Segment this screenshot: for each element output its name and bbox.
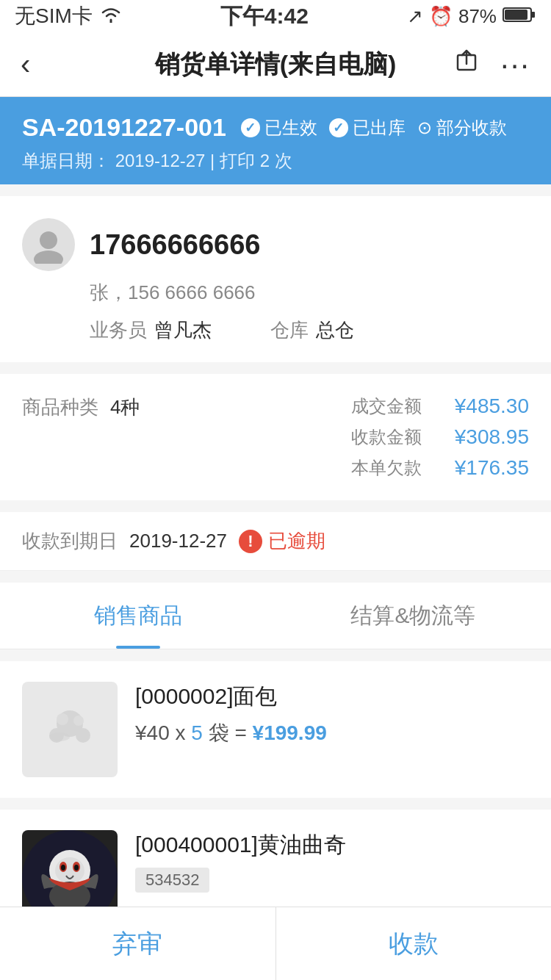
alarm-icon: ⏰	[429, 5, 453, 28]
deal-value: ¥485.30	[433, 394, 529, 418]
wifi-icon	[100, 4, 122, 28]
received-label: 收款金额	[351, 425, 422, 449]
product-name-2: [000400001]黄油曲奇	[135, 830, 529, 860]
customer-meta: 业务员 曾凡杰 仓库 总仓	[90, 317, 529, 343]
tab-settlement-label: 结算&物流等	[350, 601, 475, 631]
received-row: 收款金额 ¥308.95	[351, 425, 529, 449]
svg-rect-2	[505, 10, 527, 20]
location-icon: ↗	[407, 5, 423, 28]
banner-date-label: 单据日期：	[22, 151, 110, 170]
product-total-1: ¥199.99	[253, 721, 327, 744]
header-banner: SA-20191227-001 ✓ 已生效 ✓ 已出库 ⊙ 部分收款 单据日期：…	[0, 97, 551, 184]
due-label: 收款到期日	[22, 528, 118, 554]
battery-icon	[503, 5, 536, 28]
check-icon-shipped: ✓	[329, 118, 348, 137]
product-qty-1: 5	[191, 721, 203, 744]
svg-point-11	[73, 716, 84, 726]
nav-bar: ‹ 销货单详情(来自电脑) ···	[0, 32, 551, 97]
product-name-1: [0000002]面包	[135, 682, 529, 712]
svg-point-19	[74, 865, 79, 871]
due-section: 收款到期日 2019-12-27 ! 已逾期	[0, 512, 551, 571]
product-times-1: x	[176, 721, 192, 744]
svg-point-12	[49, 732, 70, 741]
salesperson-value: 曾凡杰	[154, 317, 212, 343]
product-title-2: 黄油曲奇	[258, 832, 346, 857]
tab-products-underline	[116, 646, 160, 649]
order-id: SA-20191227-001	[22, 113, 226, 142]
status-time: 下午4:42	[220, 1, 309, 32]
warehouse-value: 总仓	[316, 317, 354, 343]
tab-settlement[interactable]: 结算&物流等	[276, 583, 551, 649]
overdue-text: 已逾期	[268, 528, 325, 554]
customer-phone: 17666666666	[90, 229, 260, 261]
product-price-row-1: ¥40 x 5 袋 = ¥199.99	[135, 719, 529, 747]
tag-shipped: ✓ 已出库	[329, 116, 406, 140]
status-right: ↗ ⏰ 87%	[407, 5, 536, 28]
warehouse-item: 仓库 总仓	[270, 317, 354, 343]
product-info-1: [0000002]面包 ¥40 x 5 袋 = ¥199.99	[135, 682, 529, 747]
banner-date: 2019-12-27	[115, 151, 206, 170]
product-code-2: [000400001]	[135, 832, 258, 857]
type-label: 商品种类	[22, 394, 98, 420]
type-count: 4种	[110, 394, 140, 420]
product-eq-1: =	[234, 721, 252, 744]
received-value: ¥308.95	[433, 425, 529, 449]
summary-left: 商品种类 4种	[22, 394, 351, 420]
overdue-icon: !	[239, 530, 262, 553]
confirm-button[interactable]: 收款	[276, 907, 552, 980]
bottom-bar: 弃审 收款	[0, 907, 551, 980]
salesperson-item: 业务员 曾凡杰	[90, 317, 212, 343]
tag-shipped-label: 已出库	[353, 116, 406, 140]
banner-tags: ✓ 已生效 ✓ 已出库 ⊙ 部分收款	[241, 116, 507, 140]
debt-value: ¥176.35	[433, 456, 529, 480]
svg-point-18	[61, 865, 65, 871]
product-title-1: 面包	[233, 684, 277, 708]
status-bar: 无SIM卡 下午4:42 ↗ ⏰ 87%	[0, 0, 551, 32]
tag-effective-label: 已生效	[264, 116, 317, 140]
summary-section: 商品种类 4种 成交金额 ¥485.30 收款金额 ¥308.95 本单欠款 ¥…	[0, 374, 551, 500]
nav-actions: ···	[453, 47, 530, 82]
status-left: 无SIM卡	[15, 2, 122, 30]
battery-text: 87%	[458, 5, 497, 28]
customer-avatar	[22, 218, 75, 271]
product-unit-1: 袋	[209, 721, 229, 744]
due-date: 2019-12-27	[129, 530, 227, 552]
summary-right: 成交金额 ¥485.30 收款金额 ¥308.95 本单欠款 ¥176.35	[351, 394, 529, 480]
svg-point-9	[76, 728, 90, 743]
tag-effective: ✓ 已生效	[241, 116, 317, 140]
back-button[interactable]: ‹	[21, 48, 65, 81]
more-icon[interactable]: ···	[500, 47, 530, 82]
svg-rect-1	[531, 12, 535, 18]
debt-row: 本单欠款 ¥176.35	[351, 456, 529, 480]
svg-point-10	[57, 713, 68, 725]
page-title: 销货单详情(来自电脑)	[155, 48, 397, 82]
deal-label: 成交金额	[351, 394, 422, 418]
tag-partial-label: 部分收款	[436, 116, 507, 140]
clock-icon: ⊙	[417, 118, 432, 138]
no-sim-text: 无SIM卡	[15, 2, 93, 30]
product-item: [0000002]面包 ¥40 x 5 袋 = ¥199.99	[0, 661, 551, 798]
product-code-1: [0000002]	[135, 684, 233, 708]
deal-row: 成交金额 ¥485.30	[351, 394, 529, 418]
share-icon[interactable]	[453, 48, 480, 81]
debt-label: 本单欠款	[351, 456, 422, 480]
product-unit-price-1: ¥40	[135, 721, 170, 744]
salesperson-label: 业务员	[90, 317, 147, 343]
tab-products-label: 销售商品	[94, 601, 182, 631]
customer-name: 张，156 6666 6666	[90, 280, 529, 306]
product-tag-2: 534532	[135, 868, 209, 893]
tab-products[interactable]: 销售商品	[0, 583, 276, 649]
warehouse-label: 仓库	[270, 317, 309, 343]
svg-point-6	[34, 251, 63, 264]
cancel-button[interactable]: 弃审	[0, 907, 276, 980]
banner-print-info: | 打印 2 次	[210, 151, 292, 170]
tabs-container: 销售商品 结算&物流等	[0, 583, 551, 649]
check-icon-effective: ✓	[241, 118, 260, 137]
svg-point-5	[40, 231, 57, 249]
svg-point-15	[55, 857, 84, 884]
customer-section: 17666666666 张，156 6666 6666 业务员 曾凡杰 仓库 总…	[0, 196, 551, 362]
product-thumb-1	[22, 682, 118, 777]
overdue-badge: ! 已逾期	[239, 528, 325, 554]
tag-partial: ⊙ 部分收款	[417, 116, 507, 140]
banner-date-info: 单据日期： 2019-12-27 | 打印 2 次	[22, 149, 529, 173]
